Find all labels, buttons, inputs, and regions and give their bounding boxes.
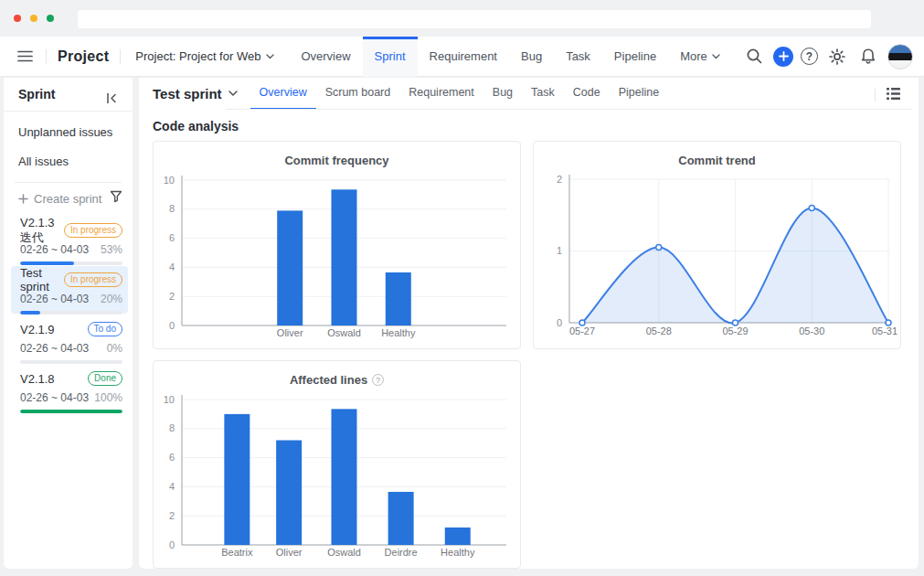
avatar[interactable] xyxy=(887,44,913,69)
nav-tab-bug[interactable]: Bug xyxy=(509,37,554,77)
zoom-window-button[interactable] xyxy=(47,15,54,22)
app-logo[interactable]: Project xyxy=(58,48,109,65)
progress-bar xyxy=(20,261,122,265)
navbar-actions: ? xyxy=(742,44,924,69)
sprint-title-dropdown[interactable]: Test sprint xyxy=(153,86,238,101)
sprint-name: V2.1.9 xyxy=(20,323,55,336)
svg-text:8: 8 xyxy=(169,203,175,214)
svg-text:6: 6 xyxy=(169,452,175,463)
browser-chrome xyxy=(0,0,924,37)
svg-text:4: 4 xyxy=(169,261,175,272)
address-bar[interactable] xyxy=(78,10,871,28)
nav-tab-pipeline[interactable]: Pipeline xyxy=(602,37,668,77)
commit-trend-chart: 01205-2705-2805-2905-3005-31 xyxy=(534,142,900,348)
commit-trend-card: Commit trend 01205-2705-2805-2905-3005-3… xyxy=(533,141,901,349)
divider xyxy=(46,49,47,64)
filter-icon[interactable] xyxy=(110,190,122,206)
commit-frequency-card: Commit frequency 0246810OliverOswaldHeal… xyxy=(153,141,521,349)
svg-text:05-29: 05-29 xyxy=(722,325,748,336)
create-icon[interactable] xyxy=(773,47,793,67)
divider xyxy=(120,49,121,64)
sidebar-header: Sprint xyxy=(4,78,133,112)
main-panel: Test sprint Overview Scrum board Require… xyxy=(139,78,919,569)
status-badge: In progress xyxy=(64,223,122,238)
sidebar-item-all-issues[interactable]: All issues xyxy=(4,146,133,176)
sprint-item-test-sprint[interactable]: Test sprintIn progress 02-26 ~ 04-0320% xyxy=(11,266,128,314)
svg-text:2: 2 xyxy=(557,174,562,185)
help-icon[interactable]: ? xyxy=(801,48,818,65)
nav-tab-requirement[interactable]: Requirement xyxy=(418,37,509,77)
sprint-percent: 100% xyxy=(94,391,122,404)
notifications-icon[interactable] xyxy=(856,45,880,69)
sprint-dates: 02-26 ~ 04-03 xyxy=(20,342,89,355)
main-navigation: Overview Sprint Requirement Bug Task Pip… xyxy=(289,37,731,77)
affected-lines-chart: 0246810BeatrixOliverOswaldDeirdreHealthy xyxy=(154,361,520,568)
sprint-name: V2.1.8 xyxy=(20,372,55,386)
tab-bug[interactable]: Bug xyxy=(483,78,522,110)
progress-bar xyxy=(20,410,122,413)
svg-text:0: 0 xyxy=(169,320,175,331)
sprint-name: V2.1.3 迭代 xyxy=(20,216,64,246)
svg-text:Beatrix: Beatrix xyxy=(221,547,253,558)
svg-text:05-27: 05-27 xyxy=(569,325,595,336)
tab-requirement[interactable]: Requirement xyxy=(399,78,483,110)
status-badge: To do xyxy=(88,322,122,336)
sidebar-title: Sprint xyxy=(18,87,55,101)
svg-text:8: 8 xyxy=(169,422,175,433)
sprint-tabs: Overview Scrum board Requirement Bug Tas… xyxy=(250,78,669,110)
affected-lines-card: Affected lines? 0246810BeatrixOliverOswa… xyxy=(153,360,521,569)
svg-text:6: 6 xyxy=(169,232,175,243)
svg-text:05-30: 05-30 xyxy=(799,325,824,336)
sprint-item-v218[interactable]: V2.1.8Done 02-26 ~ 04-03100% xyxy=(11,365,128,412)
svg-text:10: 10 xyxy=(164,175,175,186)
tab-overview[interactable]: Overview xyxy=(250,78,316,110)
chevron-down-icon xyxy=(712,54,720,59)
svg-text:Oliver: Oliver xyxy=(276,547,303,558)
svg-text:1: 1 xyxy=(557,245,562,256)
tab-pipeline[interactable]: Pipeline xyxy=(610,78,668,110)
sprint-dates: 02-26 ~ 04-03 xyxy=(20,243,89,256)
sidebar-item-unplanned-issues[interactable]: Unplanned issues xyxy=(4,117,133,146)
sprint-dates: 02-26 ~ 04-03 xyxy=(20,391,89,404)
sprint-dates: 02-26 ~ 04-03 xyxy=(20,293,89,305)
create-sprint-button[interactable]: Create sprint xyxy=(4,183,133,211)
svg-text:10: 10 xyxy=(164,394,175,405)
svg-text:4: 4 xyxy=(169,481,175,492)
project-selector-label: Project: Project for Web xyxy=(135,49,260,63)
nav-tab-more[interactable]: More xyxy=(668,37,732,77)
svg-text:0: 0 xyxy=(169,539,175,550)
divider xyxy=(226,109,911,110)
commit-frequency-chart: 0246810OliverOswaldHealthy xyxy=(154,142,520,348)
svg-text:Deirdre: Deirdre xyxy=(385,547,418,558)
nav-tab-overview[interactable]: Overview xyxy=(289,37,362,77)
svg-text:Healthy: Healthy xyxy=(441,547,475,558)
sprint-percent: 0% xyxy=(107,342,122,355)
project-selector[interactable]: Project: Project for Web xyxy=(135,49,274,63)
detail-list-icon[interactable] xyxy=(886,87,901,104)
sprint-name: Test sprint xyxy=(20,266,64,293)
chevron-down-icon xyxy=(266,54,274,59)
sprint-item-v213[interactable]: V2.1.3 迭代In progress 02-26 ~ 04-0353% xyxy=(11,217,128,264)
minimize-window-button[interactable] xyxy=(30,15,37,22)
hamburger-menu-icon[interactable] xyxy=(13,45,37,69)
svg-text:Oswald: Oswald xyxy=(327,547,361,558)
sprint-item-v219[interactable]: V2.1.9To do 02-26 ~ 04-030% xyxy=(11,315,128,363)
tab-scrum-board[interactable]: Scrum board xyxy=(316,78,400,110)
svg-text:Healthy: Healthy xyxy=(381,327,416,338)
svg-text:Oliver: Oliver xyxy=(277,327,303,338)
tab-task[interactable]: Task xyxy=(522,78,564,110)
nav-tab-task[interactable]: Task xyxy=(554,37,602,77)
settings-icon[interactable] xyxy=(825,45,849,69)
sprint-percent: 20% xyxy=(101,293,122,305)
svg-text:0: 0 xyxy=(557,317,562,328)
search-icon[interactable] xyxy=(742,45,766,69)
svg-text:2: 2 xyxy=(169,510,175,521)
collapse-panel-icon[interactable] xyxy=(100,86,123,110)
close-window-button[interactable] xyxy=(14,15,21,22)
plus-icon xyxy=(18,194,28,204)
sprint-percent: 53% xyxy=(101,243,122,256)
tab-code[interactable]: Code xyxy=(564,78,610,110)
nav-tab-sprint[interactable]: Sprint xyxy=(363,37,418,77)
svg-text:05-28: 05-28 xyxy=(646,325,672,336)
svg-text:Oswald: Oswald xyxy=(327,327,361,338)
